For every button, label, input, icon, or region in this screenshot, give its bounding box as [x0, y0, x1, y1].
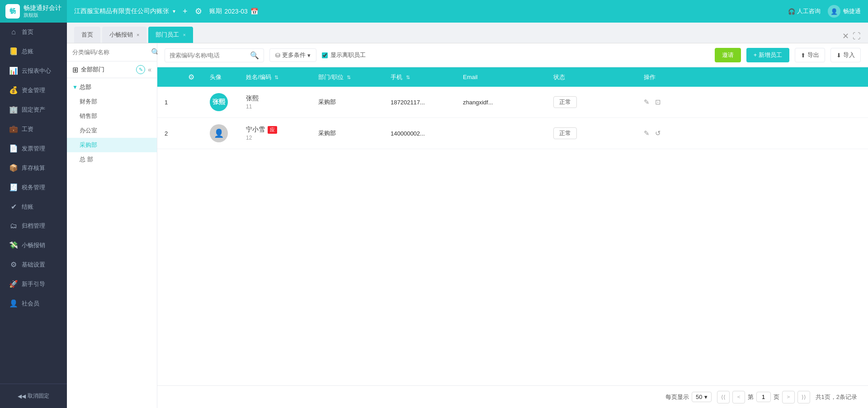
header-right: 🎧 人工咨询 👤 畅捷通: [788, 5, 861, 18]
sidebar-item-archive[interactable]: 🗂 归档管理: [0, 216, 67, 235]
page-next-btn[interactable]: ＞: [782, 391, 795, 403]
settings-icon[interactable]: ⚙: [195, 6, 202, 16]
dept-item-xiaoshou[interactable]: 销售部: [67, 109, 157, 123]
cancel-fixed-btn[interactable]: ◀◀ 取消固定: [0, 389, 67, 403]
dept-item-bangongshi[interactable]: 办公室: [67, 123, 157, 138]
show-resigned-area[interactable]: 显示离职员工: [322, 51, 366, 59]
sidebar-item-xiaochang[interactable]: 💸 小畅报销: [0, 235, 67, 255]
dept-edit-icon[interactable]: ✎: [136, 65, 145, 74]
sidebar-label-payroll: 工资: [22, 125, 33, 133]
sidebar-label-basic-settings: 基础设置: [22, 261, 45, 269]
export-btn[interactable]: ⬆ 导出: [795, 48, 825, 62]
table-gear-icon[interactable]: ⚙: [188, 73, 194, 81]
avatar: 张熙: [210, 93, 228, 111]
row-dept-cell: 采购部: [311, 118, 383, 149]
page-last-btn[interactable]: ⟩⟩: [797, 391, 810, 403]
top-header: 畅 畅捷通好会计 旗舰版 江西服宝精品有限责任公司内账张 ▾ + ⚙ 账期 20…: [0, 0, 868, 23]
sort-name-icon[interactable]: ⇅: [274, 75, 278, 80]
logout-icon[interactable]: ⊡: [655, 98, 661, 106]
filter-icon: ⛁: [275, 52, 280, 59]
import-btn[interactable]: ⬇ 导入: [830, 48, 861, 62]
sidebar-item-inventory[interactable]: 📦 库存核算: [0, 158, 67, 178]
sidebar-item-reports[interactable]: 📊 云报表中心: [0, 61, 67, 80]
home-icon: ⌂: [9, 28, 18, 36]
tab-xiaochang-label: 小畅报销: [109, 31, 133, 39]
dept-item-caigou[interactable]: 采购部: [67, 138, 157, 152]
per-page-dropdown-icon: ▾: [704, 394, 708, 400]
sidebar-label-fixed-assets: 固定资产: [22, 106, 45, 114]
sort-dept-icon[interactable]: ⇅: [347, 75, 351, 80]
sidebar-label-home: 首页: [22, 28, 33, 36]
dept-label-caigou: 采购部: [80, 141, 97, 148]
tab-dept-employee[interactable]: 部门员工 ×: [148, 27, 193, 43]
sidebar-item-checkout[interactable]: ✔ 结账: [0, 197, 67, 216]
app-version: 旗舰版: [24, 12, 61, 19]
period-badge[interactable]: 账期 2023-03 📅: [209, 7, 258, 15]
sidebar: ⌂ 首页 📒 总账 📊 云报表中心 💰 资金管理 🏢 固定资产 💼 工资 📄 发…: [0, 23, 67, 408]
employee-name: 宁小雪: [246, 126, 265, 134]
sidebar-label-user-mgmt: 社会员: [22, 300, 39, 308]
refresh-icon[interactable]: ↺: [655, 129, 661, 137]
col-phone[interactable]: 手机 ⇅: [383, 67, 456, 87]
sidebar-item-user-mgmt[interactable]: 👤 社会员: [0, 294, 67, 313]
tab-expand-icon[interactable]: ⛶: [853, 32, 861, 41]
tab-xiaochang[interactable]: 小畅报销 ×: [102, 27, 146, 43]
sidebar-label-general-ledger: 总账: [22, 47, 33, 56]
sidebar-item-guide[interactable]: 🚀 新手引导: [0, 274, 67, 294]
sort-phone-icon[interactable]: ⇅: [406, 75, 410, 80]
row-action-cell: ✎ ↺: [637, 118, 868, 149]
headset-icon: 🎧: [788, 8, 795, 15]
calendar-icon[interactable]: 📅: [250, 8, 258, 15]
employee-panel: 🔍 ⛁ 更多条件 ▾ 显示离职员工 邀请 + 新增员工: [157, 43, 868, 408]
col-name-code[interactable]: 姓名/编码 ⇅: [239, 67, 311, 87]
more-conditions-btn[interactable]: ⛁ 更多条件 ▾: [269, 48, 316, 62]
company-name[interactable]: 江西服宝精品有限责任公司内账张 ▾: [74, 7, 175, 15]
sidebar-item-tax[interactable]: 🧾 税务管理: [0, 178, 67, 197]
row-index: 2: [157, 118, 180, 149]
dept-item-zongbu-child[interactable]: 总 部: [67, 152, 157, 167]
dept-search-input[interactable]: [72, 49, 148, 56]
tab-close-window-icon[interactable]: ✕: [842, 31, 849, 41]
sidebar-item-basic-settings[interactable]: ⚙ 基础设置: [0, 255, 67, 274]
tab-dept-employee-close[interactable]: ×: [183, 32, 185, 38]
dept-item-zongbu-parent[interactable]: ▼ 总部: [67, 80, 157, 94]
col-dept-position[interactable]: 部门/职位 ⇅: [311, 67, 383, 87]
sidebar-item-capital[interactable]: 💰 资金管理: [0, 80, 67, 100]
invite-btn[interactable]: 邀请: [715, 48, 741, 62]
dept-collapse-icon[interactable]: «: [148, 66, 151, 73]
period-label: 账期: [209, 7, 222, 15]
action-icons: ✎ ↺: [644, 129, 861, 137]
edit-icon[interactable]: ✎: [644, 98, 650, 106]
tab-xiaochang-close[interactable]: ×: [137, 32, 139, 38]
sidebar-bottom: ◀◀ 取消固定: [0, 384, 67, 408]
page-first-btn[interactable]: ⟨⟨: [717, 391, 730, 403]
tab-home[interactable]: 首页: [74, 27, 100, 43]
employee-search-icon[interactable]: 🔍: [250, 51, 259, 60]
sidebar-item-payroll[interactable]: 💼 工资: [0, 119, 67, 139]
show-resigned-checkbox[interactable]: [322, 52, 328, 58]
service-btn[interactable]: 🎧 人工咨询: [788, 7, 821, 15]
user-profile[interactable]: 👤 畅捷通: [828, 5, 861, 18]
add-icon[interactable]: +: [183, 7, 188, 16]
dept-tree: ▼ 总部 财务部 销售部 办公室 采购部: [67, 78, 157, 408]
header-center: + ⚙ 账期 2023-03 📅: [183, 6, 258, 16]
employee-search-box[interactable]: 🔍: [165, 48, 264, 62]
import-icon: ⬇: [836, 52, 841, 59]
sidebar-label-reports: 云报表中心: [22, 67, 51, 75]
col-settings[interactable]: ⚙: [180, 67, 203, 87]
employee-search-input[interactable]: [170, 52, 247, 59]
all-dept-label: 全部部门: [81, 66, 133, 74]
company-dropdown-icon[interactable]: ▾: [173, 8, 175, 14]
total-record: 共1页，2条记录: [816, 393, 857, 401]
per-page-dropdown[interactable]: 50 ▾: [692, 392, 711, 402]
add-employee-btn[interactable]: + 新增员工: [746, 48, 789, 62]
dept-item-caiwu[interactable]: 财务部: [67, 94, 157, 109]
sidebar-item-invoice[interactable]: 📄 发票管理: [0, 139, 67, 158]
edit-icon[interactable]: ✎: [644, 129, 650, 137]
page-number-input[interactable]: [756, 392, 771, 402]
sidebar-item-home[interactable]: ⌂ 首页: [0, 23, 67, 42]
page-prev-btn[interactable]: ＜: [732, 391, 745, 403]
sidebar-item-fixed-assets[interactable]: 🏢 固定资产: [0, 100, 67, 119]
dept-label-xiaoshou: 销售部: [80, 113, 97, 119]
sidebar-item-general-ledger[interactable]: 📒 总账: [0, 42, 67, 61]
